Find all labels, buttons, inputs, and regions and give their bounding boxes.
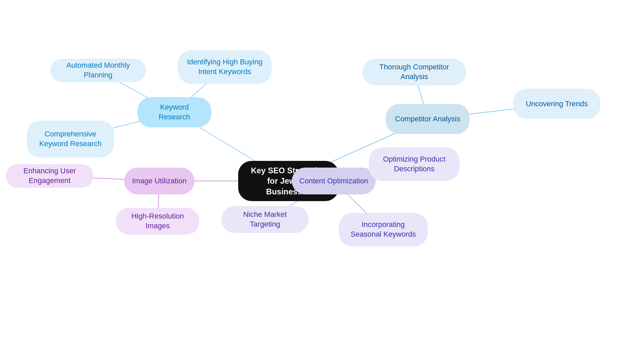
content-opt-label: Content Optimization bbox=[299, 176, 368, 186]
comprehensive-label: Comprehensive Keyword Research bbox=[34, 129, 107, 148]
content-opt-node: Content Optimization bbox=[292, 168, 376, 194]
comprehensive-node: Comprehensive Keyword Research bbox=[27, 121, 114, 158]
niche-label: Niche Market Targeting bbox=[229, 210, 301, 229]
seasonal-node: Incorporating Seasonal Keywords bbox=[339, 213, 428, 246]
uncovering-label: Uncovering Trends bbox=[526, 99, 588, 109]
high-res-label: High-Resolution Images bbox=[123, 211, 192, 231]
seasonal-label: Incorporating Seasonal Keywords bbox=[346, 220, 420, 239]
thorough-node: Thorough Competitor Analysis bbox=[362, 59, 466, 85]
enhancing-node: Enhancing User Engagement bbox=[6, 164, 93, 188]
optimizing-label: Optimizing Product Descriptions bbox=[376, 155, 452, 174]
uncovering-node: Uncovering Trends bbox=[513, 89, 600, 119]
image-util-label: Image Utilization bbox=[132, 176, 187, 186]
thorough-label: Thorough Competitor Analysis bbox=[370, 62, 459, 81]
identifying-node: Identifying High Buying Intent Keywords bbox=[178, 50, 272, 84]
competitor-analysis-node: Competitor Analysis bbox=[386, 104, 470, 134]
keyword-research-label: Keyword Research bbox=[145, 103, 204, 122]
identifying-label: Identifying High Buying Intent Keywords bbox=[185, 57, 264, 76]
keyword-research-node: Keyword Research bbox=[138, 97, 211, 127]
automated-node: Automated Monthly Planning bbox=[50, 59, 146, 82]
enhancing-label: Enhancing User Engagement bbox=[13, 166, 86, 185]
niche-node: Niche Market Targeting bbox=[221, 206, 309, 233]
high-res-node: High-Resolution Images bbox=[116, 208, 200, 235]
automated-label: Automated Monthly Planning bbox=[58, 61, 139, 80]
competitor-analysis-label: Competitor Analysis bbox=[395, 114, 460, 124]
optimizing-node: Optimizing Product Descriptions bbox=[369, 147, 460, 181]
image-util-node: Image Utilization bbox=[124, 168, 195, 194]
